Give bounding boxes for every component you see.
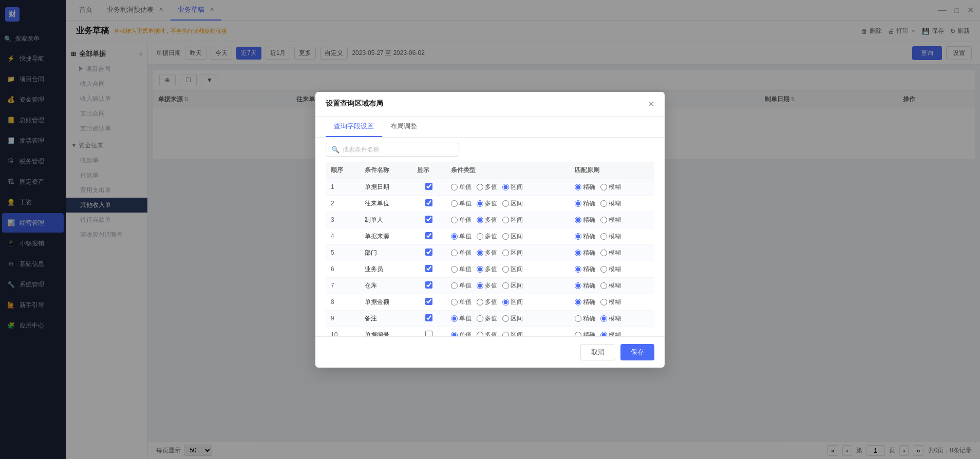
match-exact-label[interactable]: 精确 [575,248,595,257]
row-show[interactable] [412,277,446,294]
row-show[interactable] [412,228,446,244]
type-range-radio[interactable] [502,299,509,305]
type-single-radio[interactable] [451,315,458,322]
type-range-label[interactable]: 区间 [502,183,523,192]
match-fuzzy-label[interactable]: 模糊 [600,298,621,307]
type-single-label[interactable]: 单值 [451,298,472,307]
show-checkbox[interactable] [425,265,432,272]
modal-search-input[interactable] [343,146,454,153]
type-single-label[interactable]: 单值 [451,216,472,224]
type-single-radio[interactable] [451,233,458,240]
show-checkbox[interactable] [425,199,432,206]
type-range-label[interactable]: 区间 [502,265,523,274]
type-multi-label[interactable]: 多值 [477,248,497,257]
row-show[interactable] [412,179,446,195]
show-checkbox[interactable] [425,232,432,239]
type-range-radio[interactable] [502,217,509,223]
type-range-radio[interactable] [502,200,509,207]
match-exact-radio[interactable] [575,266,581,273]
type-range-radio[interactable] [502,332,509,336]
match-exact-radio[interactable] [575,299,581,305]
type-single-label[interactable]: 单值 [451,199,472,208]
match-exact-label[interactable]: 精确 [575,199,595,208]
match-fuzzy-label[interactable]: 模糊 [600,232,621,241]
type-single-label[interactable]: 单值 [451,331,472,336]
type-single-radio[interactable] [451,200,458,207]
match-exact-radio[interactable] [575,233,581,240]
match-exact-label[interactable]: 精确 [575,281,595,290]
type-multi-radio[interactable] [477,250,483,256]
type-range-label[interactable]: 区间 [502,281,523,290]
type-multi-radio[interactable] [477,282,483,289]
modal-tab-layout-adjust[interactable]: 布局调整 [382,117,425,137]
type-multi-radio[interactable] [477,299,483,305]
type-multi-radio[interactable] [477,200,483,207]
type-single-label[interactable]: 单值 [451,281,472,290]
match-fuzzy-radio[interactable] [600,200,607,207]
match-fuzzy-radio[interactable] [600,332,607,336]
type-range-label[interactable]: 区间 [502,248,523,257]
type-range-label[interactable]: 区间 [502,331,523,336]
match-fuzzy-radio[interactable] [600,217,607,223]
match-exact-radio[interactable] [575,282,581,289]
type-single-label[interactable]: 单值 [451,265,472,274]
modal-cancel-button[interactable]: 取消 [580,344,615,360]
match-fuzzy-label[interactable]: 模糊 [600,248,621,257]
match-fuzzy-radio[interactable] [600,266,607,273]
type-single-radio[interactable] [451,282,458,289]
type-range-radio[interactable] [502,266,509,273]
type-multi-label[interactable]: 多值 [477,183,497,192]
match-fuzzy-radio[interactable] [600,315,607,322]
match-exact-label[interactable]: 精确 [575,183,595,192]
type-range-label[interactable]: 区间 [502,314,523,323]
match-exact-radio[interactable] [575,250,581,256]
show-checkbox[interactable] [425,248,432,256]
type-single-radio[interactable] [451,217,458,223]
match-exact-radio[interactable] [575,315,581,322]
show-checkbox[interactable] [425,314,432,321]
show-checkbox[interactable] [425,183,432,190]
row-show[interactable] [412,195,446,212]
row-show[interactable] [412,294,446,310]
type-single-label[interactable]: 单值 [451,248,472,257]
type-range-radio[interactable] [502,233,509,240]
match-fuzzy-label[interactable]: 模糊 [600,183,621,192]
match-fuzzy-label[interactable]: 模糊 [600,314,621,323]
match-exact-radio[interactable] [575,332,581,336]
type-single-label[interactable]: 单值 [451,183,472,192]
type-multi-radio[interactable] [477,217,483,223]
type-multi-label[interactable]: 多值 [477,265,497,274]
type-multi-label[interactable]: 多值 [477,232,497,241]
match-fuzzy-radio[interactable] [600,233,607,240]
type-multi-radio[interactable] [477,184,483,190]
match-fuzzy-radio[interactable] [600,282,607,289]
match-exact-radio[interactable] [575,184,581,190]
match-exact-radio[interactable] [575,200,581,207]
type-range-radio[interactable] [502,315,509,322]
row-show[interactable] [412,310,446,327]
type-single-radio[interactable] [451,299,458,305]
type-multi-label[interactable]: 多值 [477,281,497,290]
type-multi-radio[interactable] [477,332,483,336]
match-fuzzy-radio[interactable] [600,250,607,256]
row-show[interactable] [412,327,446,336]
match-exact-label[interactable]: 精确 [575,298,595,307]
row-show[interactable] [412,212,446,228]
match-fuzzy-radio[interactable] [600,184,607,190]
type-multi-label[interactable]: 多值 [477,199,497,208]
match-fuzzy-radio[interactable] [600,299,607,305]
type-range-label[interactable]: 区间 [502,199,523,208]
show-checkbox[interactable] [425,281,432,289]
type-range-label[interactable]: 区间 [502,232,523,241]
row-show[interactable] [412,261,446,277]
modal-save-button[interactable]: 保存 [620,344,654,360]
match-fuzzy-label[interactable]: 模糊 [600,331,621,336]
type-multi-radio[interactable] [477,315,483,322]
match-exact-label[interactable]: 精确 [575,331,595,336]
type-range-label[interactable]: 区间 [502,216,523,224]
type-range-label[interactable]: 区间 [502,298,523,307]
type-range-radio[interactable] [502,282,509,289]
type-multi-label[interactable]: 多值 [477,331,497,336]
match-exact-label[interactable]: 精确 [575,314,595,323]
match-fuzzy-label[interactable]: 模糊 [600,216,621,224]
